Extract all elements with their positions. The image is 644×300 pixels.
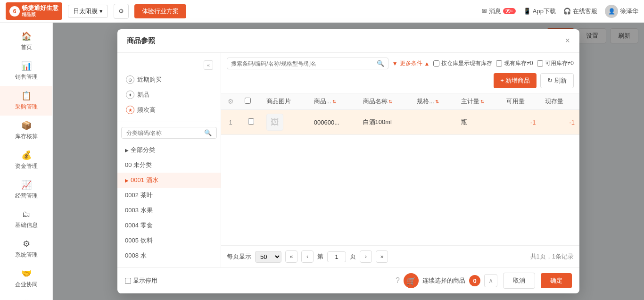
- show-disabled-checkbox[interactable]: 显示停用: [125, 276, 157, 285]
- product-search-icon[interactable]: 🔍: [377, 60, 384, 67]
- sidebar-item-operation[interactable]: 📈 经营管理: [0, 175, 52, 205]
- collapse-footer-button[interactable]: ∧: [484, 274, 497, 287]
- collapse-left-panel-button[interactable]: «: [204, 60, 213, 70]
- quick-label-frequent: 频次高: [137, 106, 156, 114]
- sales-icon: 📊: [21, 61, 32, 71]
- sidebar-item-purchase[interactable]: 📋 采购管理: [0, 86, 52, 116]
- product-search-input[interactable]: [231, 60, 375, 67]
- category-item-6[interactable]: 0008 水: [117, 248, 221, 263]
- table-settings-icon[interactable]: ⚙: [228, 98, 234, 105]
- sidebar-label-enterprise: 企业协同: [15, 281, 38, 289]
- col-unit[interactable]: 主计量⇅: [456, 93, 502, 110]
- next-page-button[interactable]: ›: [360, 250, 372, 263]
- sidebar-item-enterprise[interactable]: 🤝 企业协同: [0, 264, 52, 293]
- sidebar-label-operation: 经营管理: [15, 192, 38, 200]
- col-code[interactable]: 商品...⇅: [309, 93, 358, 110]
- sidebar-item-home[interactable]: 🏠 首页: [0, 26, 52, 56]
- sidebar-item-sales[interactable]: 📊 销售管理: [0, 56, 52, 86]
- page-info: 共1页，1条记录: [530, 252, 574, 261]
- sidebar-item-inventory[interactable]: 📦 库存核算: [0, 116, 52, 145]
- quick-label-recent: 近期购买: [137, 75, 162, 84]
- cart-count-badge: 0: [469, 275, 480, 286]
- left-panel: « ⊙ 近期购买 ✦ 新品 ★: [117, 53, 221, 267]
- category-item-0[interactable]: 00 未分类: [117, 158, 221, 173]
- finance-icon: 💰: [21, 150, 32, 160]
- col-checkbox[interactable]: [240, 93, 262, 110]
- category-item-all[interactable]: ▶ 全部分类: [117, 142, 221, 158]
- checkbox-usable-stock[interactable]: 可用库存≠0: [537, 59, 574, 67]
- page-number-input[interactable]: [327, 251, 346, 262]
- add-product-button[interactable]: + 新增商品: [494, 73, 537, 88]
- sidebar-item-guide[interactable]: 📖 新手引导: [0, 293, 52, 300]
- col-name[interactable]: 商品名称⇅: [358, 93, 413, 110]
- sidebar-label-purchase: 采购管理: [15, 103, 38, 111]
- per-page-select[interactable]: 50 10 20 100: [255, 251, 281, 263]
- quick-item-frequent[interactable]: ★ 频次高: [121, 103, 217, 117]
- checkbox-available-stock[interactable]: 现有库存≠0: [496, 59, 533, 67]
- sidebar-item-system[interactable]: ⚙ 系统管理: [0, 234, 52, 264]
- cell-image: 🖼: [262, 110, 309, 135]
- operation-icon: 📈: [21, 180, 32, 190]
- col-settings[interactable]: ⚙: [221, 93, 240, 110]
- category-label-0: 00 未分类: [125, 161, 152, 169]
- category-search-box: 🔍: [121, 127, 217, 139]
- filter-label: 更多条件: [400, 59, 422, 67]
- modal-close-button[interactable]: ×: [565, 36, 570, 46]
- basic-icon: 🗂: [22, 209, 31, 219]
- prev-page-button[interactable]: ‹: [301, 250, 314, 263]
- main-layout: 🏠 首页 📊 销售管理 📋 采购管理 📦 库存核算 💰 资金管理 📈 经营管理 …: [0, 23, 644, 300]
- product-table-wrap: ⚙ 商品图片 商品...⇅ 商品名称⇅ 规格...⇅ 主计量⇅ 可用量 现存量: [221, 93, 579, 245]
- category-list: ▶ 全部分类 00 未分类 ▶ 0001 酒水 0002 茶: [117, 141, 221, 264]
- confirm-button[interactable]: 确定: [541, 273, 572, 288]
- last-page-button[interactable]: »: [376, 250, 388, 263]
- category-item-5[interactable]: 0005 饮料: [117, 233, 221, 248]
- select-all-checkbox[interactable]: [245, 98, 251, 104]
- category-item-3[interactable]: 0003 水果: [117, 203, 221, 218]
- first-page-button[interactable]: «: [285, 250, 297, 263]
- quick-item-new[interactable]: ✦ 新品: [121, 88, 217, 102]
- sidebar-item-basic[interactable]: 🗂 基础信息: [0, 205, 52, 234]
- settings-button[interactable]: ⚙: [114, 4, 129, 19]
- product-thumbnail: 🖼: [266, 114, 283, 131]
- sidebar-label-finance: 资金管理: [15, 162, 38, 170]
- content-area: 查询 设置 刷新 商品参照 × «: [53, 23, 644, 300]
- filter-icon: ▼: [392, 60, 398, 67]
- category-item-1[interactable]: ▶ 0001 酒水: [117, 173, 221, 188]
- quick-item-recent[interactable]: ⊙ 近期购买: [121, 73, 217, 87]
- category-label-4: 0004 零食: [125, 221, 153, 230]
- category-search-icon[interactable]: 🔍: [204, 129, 212, 136]
- product-search-wrap: 🔍: [227, 58, 388, 69]
- messages-button[interactable]: ✉ 消息 99+: [482, 7, 516, 16]
- online-service-button[interactable]: 🎧 在线客服: [563, 7, 597, 16]
- category-item-4[interactable]: 0004 零食: [117, 218, 221, 233]
- cancel-button[interactable]: 取消: [503, 273, 535, 289]
- cell-checkbox[interactable]: [240, 110, 262, 135]
- table-row[interactable]: 1 🖼 000600... 白酒100ml 瓶: [221, 110, 579, 135]
- app-download-button[interactable]: 📱 App下载: [523, 7, 556, 16]
- cell-num: 1: [221, 110, 240, 135]
- filter-button[interactable]: ▼ 更多条件 ▲: [392, 59, 430, 67]
- cart-label: 连续选择的商品: [422, 276, 465, 285]
- user-avatar[interactable]: 👤 徐泽华: [605, 5, 638, 18]
- category-label-6: 0008 水: [125, 251, 147, 260]
- inventory-icon: 📦: [21, 120, 32, 131]
- modal-body: « ⊙ 近期购买 ✦ 新品 ★: [117, 53, 579, 267]
- frequent-icon: ★: [126, 106, 134, 114]
- sidebar-item-finance[interactable]: 💰 资金管理: [0, 145, 52, 175]
- cart-button[interactable]: 🛒: [404, 273, 419, 288]
- category-search-input[interactable]: [126, 130, 202, 136]
- category-item-7[interactable]: 0010 家电: [117, 263, 221, 264]
- trial-button[interactable]: 体验行业方案: [134, 4, 186, 18]
- refresh-product-button[interactable]: ↻ 刷新: [540, 73, 574, 88]
- recent-icon: ⊙: [126, 75, 134, 84]
- checkbox-warehouse-stock[interactable]: 按仓库显示现有库存: [433, 59, 492, 67]
- product-table: ⚙ 商品图片 商品...⇅ 商品名称⇅ 规格...⇅ 主计量⇅ 可用量 现存量: [221, 93, 579, 135]
- page-label: 第: [317, 252, 323, 261]
- warehouse-selector[interactable]: 日太阳膜 ▾: [68, 5, 108, 18]
- category-item-2[interactable]: 0002 茶叶: [117, 188, 221, 203]
- category-label-1: 0001 酒水: [131, 176, 158, 184]
- help-icon[interactable]: ?: [396, 276, 400, 285]
- col-spec[interactable]: 规格...⇅: [412, 93, 456, 110]
- product-reference-modal: 商品参照 × « ⊙ 近期购买: [117, 29, 579, 293]
- modal-overlay: 商品参照 × « ⊙ 近期购买: [53, 23, 644, 300]
